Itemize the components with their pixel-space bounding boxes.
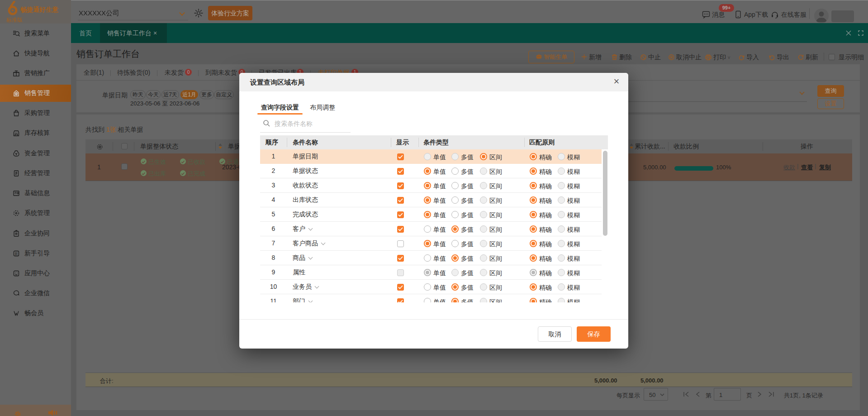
svg-text:新: 新 [15, 252, 18, 255]
